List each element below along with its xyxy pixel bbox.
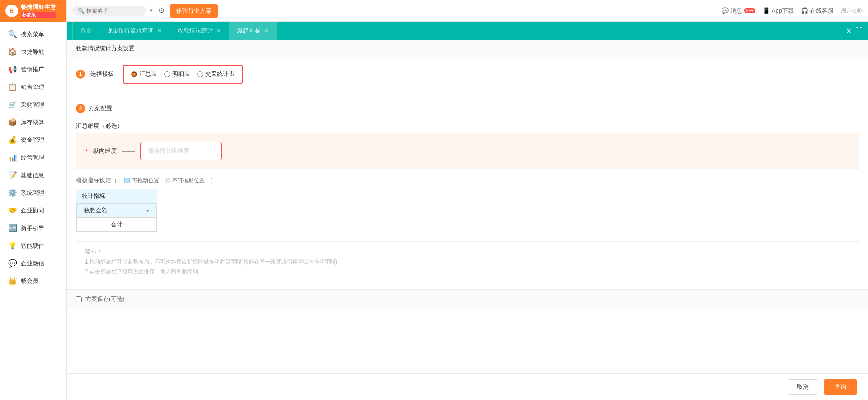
dropdown-arrow-icon[interactable]: ▾ bbox=[150, 7, 153, 14]
tips-section: 提示： 1.拖动标题栏可以调整布局，不可跨维度或指标区域拖动栏目字段(只能在同一… bbox=[76, 241, 859, 282]
sidebar-item-guide[interactable]: 🆕 新手引导 bbox=[0, 219, 66, 237]
step2-title: 方案配置 bbox=[89, 104, 112, 113]
legend-suffix: ） bbox=[210, 176, 216, 184]
tab-home-label: 首页 bbox=[80, 27, 92, 35]
service-action[interactable]: 🎧 在线客服 bbox=[801, 7, 834, 15]
search-icon: 🔍 bbox=[78, 8, 85, 14]
sidebar-item-search[interactable]: 🔍 搜索菜单 bbox=[0, 25, 66, 43]
template-select-box: 汇总表 明细表 交叉统计表 bbox=[123, 65, 243, 84]
sidebar-item-label: 销售管理 bbox=[21, 83, 44, 91]
sidebar: 6 畅捷通好生意 标准版 🔍 搜索菜单 🏠 快捷导航 📢 营销推广 📋 销售管理… bbox=[0, 0, 67, 400]
management-icon: 📊 bbox=[8, 153, 17, 162]
header: 🔍 ▾ ⚙ 体验行业方案 💬 消息 99+ 📱 App下载 🎧 在线客服 用户名… bbox=[67, 0, 868, 22]
radio-summary[interactable]: 汇总表 bbox=[131, 70, 157, 78]
tab-new-plan-close-icon[interactable]: ✕ bbox=[263, 28, 269, 34]
sidebar-item-member[interactable]: 👑 畅会员 bbox=[0, 272, 66, 290]
query-button[interactable]: 查询 bbox=[824, 379, 857, 395]
tab-bank-flow-close-icon[interactable]: ✕ bbox=[156, 28, 163, 34]
content-area: 收款情况统计方案设置 1 选择模板 汇总表 bbox=[67, 40, 868, 373]
radio-summary-input[interactable] bbox=[131, 71, 137, 77]
download-action[interactable]: 📱 App下载 bbox=[763, 7, 794, 15]
tab-collection-stats-close-icon[interactable]: ✕ bbox=[216, 28, 222, 34]
sidebar-item-sales[interactable]: 📋 销售管理 bbox=[0, 78, 66, 96]
download-icon: 📱 bbox=[763, 7, 770, 14]
search-icon: 🔍 bbox=[8, 30, 17, 38]
sidebar-item-hardware[interactable]: 💡 智能硬件 bbox=[0, 237, 66, 254]
dimension-group: 汇总维度（必选） * 纵向维度 —— 请选择分组维度 bbox=[76, 122, 859, 169]
download-label: App下载 bbox=[772, 7, 794, 15]
sidebar-item-management[interactable]: 📊 经营管理 bbox=[0, 149, 66, 166]
metrics-table-area: 统计指标 收款金额 ▾ 合计 bbox=[76, 189, 859, 232]
sidebar-item-label: 基础信息 bbox=[21, 171, 44, 179]
dimension-group-label: 汇总维度（必选） bbox=[76, 122, 859, 130]
radio-detail-input[interactable] bbox=[164, 71, 170, 77]
industry-button[interactable]: 体验行业方案 bbox=[170, 4, 218, 18]
sidebar-item-finance[interactable]: 💰 资金管理 bbox=[0, 131, 66, 149]
sidebar-item-nav[interactable]: 🏠 快捷导航 bbox=[0, 43, 66, 61]
legend-draggable: 可拖动位置 bbox=[124, 177, 159, 184]
cancel-button[interactable]: 取消 bbox=[788, 379, 818, 395]
tab-bank-flow[interactable]: 现金银行流水查询 ✕ bbox=[99, 22, 170, 40]
radio-detail[interactable]: 明细表 bbox=[164, 70, 190, 78]
sidebar-item-wechat[interactable]: 💬 企业微信 bbox=[0, 254, 66, 272]
sidebar-item-purchase[interactable]: 🛒 采购管理 bbox=[0, 96, 66, 113]
tab-collection-stats[interactable]: 收款情况统计 ✕ bbox=[170, 22, 230, 40]
step1-header: 1 选择模板 汇总表 明细表 bbox=[76, 65, 859, 84]
user-name[interactable]: 用户名称 bbox=[841, 7, 863, 14]
sidebar-item-marketing[interactable]: 📢 营销推广 bbox=[0, 61, 66, 78]
sidebar-item-label: 快捷导航 bbox=[21, 48, 44, 56]
save-label: 方案保存(可选) bbox=[85, 295, 125, 303]
tab-expand-icon[interactable]: ⛶ bbox=[855, 27, 863, 35]
legend-fixed-label: 不可拖动位置 bbox=[172, 177, 205, 184]
sidebar-item-label: 企业微信 bbox=[21, 259, 44, 268]
tab-home[interactable]: 首页 bbox=[72, 22, 99, 40]
tab-new-plan[interactable]: 新建方案 ✕ bbox=[230, 22, 277, 40]
sidebar-item-system[interactable]: ⚙️ 系统管理 bbox=[0, 184, 66, 202]
metrics-table-container: 统计指标 收款金额 ▾ 合计 bbox=[76, 189, 157, 232]
step1-title: 选择模板 bbox=[90, 70, 114, 78]
step2-header: 2 方案配置 bbox=[76, 99, 859, 117]
hardware-icon: 💡 bbox=[8, 241, 17, 250]
guide-icon: 🆕 bbox=[8, 224, 17, 232]
brand-name: 畅捷通好生意 bbox=[21, 4, 56, 11]
service-icon: 🎧 bbox=[801, 7, 808, 14]
message-action[interactable]: 💬 消息 99+ bbox=[722, 7, 755, 15]
sidebar-item-collab[interactable]: 🤝 企业协同 bbox=[0, 202, 66, 219]
inventory-icon: 📦 bbox=[8, 118, 17, 127]
collab-icon: 🤝 bbox=[8, 206, 17, 215]
sidebar-item-label: 采购管理 bbox=[21, 101, 44, 109]
metrics-col-header[interactable]: 收款金额 ▾ bbox=[76, 203, 157, 218]
message-label: 消息 bbox=[731, 7, 742, 15]
radio-cross-label: 交叉统计表 bbox=[205, 70, 235, 78]
radio-group: 汇总表 明细表 交叉统计表 bbox=[131, 70, 235, 78]
search-input[interactable] bbox=[86, 8, 141, 14]
sidebar-item-label: 库存核算 bbox=[21, 118, 44, 127]
tab-bar-controls: ✕ ⛶ bbox=[846, 27, 863, 35]
radio-summary-label: 汇总表 bbox=[139, 70, 157, 78]
metrics-title-row: 模板指标设定（ 可拖动位置 不可拖动位置 ） bbox=[76, 176, 859, 184]
metrics-legend: 可拖动位置 不可拖动位置 ） bbox=[124, 176, 216, 184]
gear-icon[interactable]: ⚙ bbox=[158, 6, 165, 15]
dim-select-box[interactable]: 请选择分组维度 bbox=[140, 142, 222, 160]
sidebar-item-basics[interactable]: 📝 基础信息 bbox=[0, 166, 66, 184]
sidebar-item-inventory[interactable]: 📦 库存核算 bbox=[0, 113, 66, 131]
tab-bar: 首页 现金银行流水查询 ✕ 收款情况统计 ✕ 新建方案 ✕ ✕ ⛶ bbox=[67, 22, 868, 40]
header-actions: 💬 消息 99+ 📱 App下载 🎧 在线客服 用户名称 bbox=[722, 7, 863, 15]
service-label: 在线客服 bbox=[810, 7, 834, 15]
radio-cross-input[interactable] bbox=[197, 71, 203, 77]
legend-draggable-dot bbox=[124, 178, 130, 183]
wechat-icon: 💬 bbox=[8, 259, 17, 268]
legend-fixed-dot bbox=[165, 178, 170, 183]
search-bar[interactable]: 🔍 bbox=[72, 6, 146, 16]
page-title: 收款情况统计方案设置 bbox=[76, 45, 135, 52]
save-checkbox[interactable] bbox=[76, 296, 82, 302]
tab-close-all-icon[interactable]: ✕ bbox=[846, 27, 852, 35]
sidebar-item-label: 资金管理 bbox=[21, 136, 44, 144]
message-badge: 99+ bbox=[744, 8, 755, 13]
basics-icon: 📝 bbox=[8, 171, 17, 179]
chevron-down-icon: ▾ bbox=[146, 208, 149, 214]
legend-fixed: 不可拖动位置 bbox=[165, 177, 205, 184]
step1-section: 1 选择模板 汇总表 明细表 bbox=[67, 57, 868, 91]
sidebar-item-label: 智能硬件 bbox=[21, 242, 44, 250]
radio-cross[interactable]: 交叉统计表 bbox=[197, 70, 235, 78]
